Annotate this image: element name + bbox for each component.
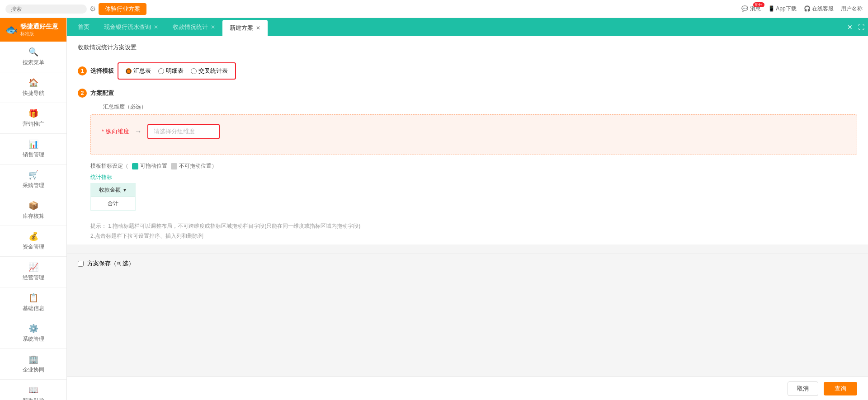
radio-summary-label: 汇总表 xyxy=(133,67,151,75)
draggable-color-box xyxy=(132,163,138,169)
section-template: 1 选择模板 汇总表 明细表 xyxy=(78,62,857,80)
search-menu-icon: 🔍 xyxy=(28,47,38,57)
tab-newplan-label: 新建方案 xyxy=(230,24,253,32)
tab-cashflow-close[interactable]: ✕ xyxy=(154,24,158,30)
section-config: 2 方案配置 汇总维度（必选） * 纵向维度 → 请选择分组维度 xyxy=(78,89,857,245)
content-area: 首页 现金银行流水查询 ✕ 收款情况统计 ✕ 新建方案 ✕ ✕ ⛶ 收款情况统计… xyxy=(67,18,868,400)
section1-title: 选择模板 xyxy=(90,67,114,75)
sidebar-item-sales[interactable]: 📊 销售管理 xyxy=(0,134,66,165)
non-draggable-label: 不可拖动位置） xyxy=(179,162,217,170)
indicator-col-header[interactable]: 收款金额 ▼ xyxy=(91,184,135,197)
sidebar-item-marketing[interactable]: 🎁 营销推广 xyxy=(0,103,66,134)
tab-payment-label: 收款情况统计 xyxy=(173,23,208,31)
non-draggable-hint: 不可拖动位置） xyxy=(171,162,217,170)
sidebar-item-basic[interactable]: 📋 基础信息 xyxy=(0,287,66,318)
nav-icon: 🏠 xyxy=(28,78,38,88)
notification-icon[interactable]: 💬 99+ 消息 xyxy=(741,5,760,13)
sidebar-item-system[interactable]: ⚙️ 系统管理 xyxy=(0,318,66,349)
vertical-dimension-label: * 纵向维度 xyxy=(102,127,129,136)
indicator-header: 模板指标设定（ 可拖动位置 不可拖动位置） xyxy=(90,162,857,170)
sidebar-item-enterprise[interactable]: 🏢 企业协同 xyxy=(0,349,66,380)
sidebar-item-search[interactable]: 🔍 搜索菜单 xyxy=(0,42,66,72)
tab-bar: 首页 现金银行流水查询 ✕ 收款情况统计 ✕ 新建方案 ✕ ✕ ⛶ xyxy=(67,18,868,36)
gear-icon[interactable]: ⚙ xyxy=(90,5,96,13)
radio-summary[interactable]: 汇总表 xyxy=(126,67,151,75)
tab-payment[interactable]: 收款情况统计 ✕ xyxy=(165,18,222,36)
indicator-title: 模板指标设定（ xyxy=(90,162,128,170)
guide-icon: 📖 xyxy=(28,385,38,395)
stats-label: 统计指标 xyxy=(90,174,136,181)
radio-cross-label: 交叉统计表 xyxy=(198,67,228,75)
enterprise-icon: 🏢 xyxy=(28,354,38,364)
sidebar-item-management[interactable]: 📈 经营管理 xyxy=(0,257,66,287)
indicator-col: 收款金额 ▼ 合计 xyxy=(90,183,136,211)
sidebar-item-label: 采购管理 xyxy=(23,182,44,189)
sidebar-item-inventory[interactable]: 📦 库存核算 xyxy=(0,195,66,226)
section2-num: 2 xyxy=(78,89,87,98)
top-bar-left: ⚙ 体验行业方案 xyxy=(5,3,738,15)
tab-home[interactable]: 首页 xyxy=(71,18,97,36)
search-input[interactable] xyxy=(5,5,87,14)
main-layout: 🐟 畅捷通好生意 标准版 🔍 搜索菜单 🏠 快捷导航 🎁 营销推广 📊 销售管理… xyxy=(0,18,868,400)
indicator-col-header-text: 收款金额 xyxy=(99,186,121,194)
tab-newplan[interactable]: 新建方案 ✕ xyxy=(222,20,268,36)
sidebar-item-label: 搜索菜单 xyxy=(23,59,44,66)
sidebar-item-label: 资金管理 xyxy=(23,243,44,251)
indicator-table: 统计指标 收款金额 ▼ 合计 xyxy=(90,174,136,211)
system-icon: ⚙️ xyxy=(28,324,38,334)
save-label: 方案保存（可选） xyxy=(87,259,134,268)
page-content: 收款情况统计方案设置 1 选择模板 汇总表 xyxy=(67,36,868,376)
sidebar-item-label: 新手引导 xyxy=(23,397,44,400)
top-bar: ⚙ 体验行业方案 💬 99+ 消息 📱 App下载 🎧 在线客服 用户名称 xyxy=(0,0,868,18)
tab-newplan-close[interactable]: ✕ xyxy=(256,25,260,31)
tab-payment-close[interactable]: ✕ xyxy=(211,24,215,30)
sidebar-item-label: 销售管理 xyxy=(23,151,44,159)
tab-home-label: 首页 xyxy=(78,23,90,31)
online-service[interactable]: 🎧 在线客服 xyxy=(804,5,834,13)
dimension-placeholder: 请选择分组维度 xyxy=(154,128,195,135)
save-checkbox[interactable] xyxy=(78,261,84,267)
management-icon: 📈 xyxy=(28,262,38,272)
user-name[interactable]: 用户名称 xyxy=(841,5,863,13)
form-container: 收款情况统计方案设置 1 选择模板 汇总表 xyxy=(67,36,868,245)
logo-sub: 标准版 xyxy=(20,31,58,37)
tab-cashflow[interactable]: 现金银行流水查询 ✕ xyxy=(97,18,165,36)
dropdown-icon[interactable]: ▼ xyxy=(123,188,127,193)
marketing-icon: 🎁 xyxy=(28,108,38,118)
draggable-hint: 可拖动位置 xyxy=(132,162,167,170)
radio-cross[interactable]: 交叉统计表 xyxy=(191,67,228,75)
sidebar-item-label: 经营管理 xyxy=(23,274,44,282)
sidebar-item-finance[interactable]: 💰 资金管理 xyxy=(0,226,66,257)
tips-area: 提示： 1.拖动标题栏可以调整布局，不可跨维度或指标区域拖动栏目字段(只能在同一… xyxy=(90,218,857,245)
tab-close-icon[interactable]: ✕ xyxy=(847,24,853,31)
tab-bar-actions: ✕ ⛶ xyxy=(847,24,864,31)
draggable-label: 可拖动位置 xyxy=(140,162,167,170)
trial-button[interactable]: 体验行业方案 xyxy=(99,3,146,15)
cancel-button[interactable]: 取消 xyxy=(788,381,818,396)
top-bar-right: 💬 99+ 消息 📱 App下载 🎧 在线客服 用户名称 xyxy=(741,5,863,13)
app-download[interactable]: 📱 App下载 xyxy=(768,5,797,13)
section1-header: 1 选择模板 汇总表 明细表 xyxy=(78,62,857,80)
tip-1: 提示： 1.拖动标题栏可以调整布局，不可跨维度或指标区域拖动栏目字段(只能在同一… xyxy=(90,221,857,231)
sidebar-item-guide[interactable]: 📖 新手引导 xyxy=(0,380,66,400)
sidebar-logo: 🐟 畅捷通好生意 标准版 xyxy=(0,18,66,42)
inventory-icon: 📦 xyxy=(28,201,38,211)
bottom-bar: 取消 查询 xyxy=(67,376,868,400)
sidebar-item-label: 快捷导航 xyxy=(23,89,44,97)
query-button[interactable]: 查询 xyxy=(824,382,857,395)
sales-icon: 📊 xyxy=(28,139,38,149)
sidebar-item-label: 基础信息 xyxy=(23,305,44,312)
radio-detail[interactable]: 明细表 xyxy=(158,67,184,75)
sidebar-item-purchase[interactable]: 🛒 采购管理 xyxy=(0,165,66,195)
section2-title: 方案配置 xyxy=(90,89,114,97)
sidebar-item-label: 系统管理 xyxy=(23,335,44,343)
sidebar-item-label: 企业协同 xyxy=(23,366,44,374)
basic-icon: 📋 xyxy=(28,293,38,303)
sidebar-item-nav[interactable]: 🏠 快捷导航 xyxy=(0,72,66,103)
tab-expand-icon[interactable]: ⛶ xyxy=(858,24,864,31)
template-options-box: 汇总表 明细表 交叉统计表 xyxy=(118,62,236,80)
indicator-section: 模板指标设定（ 可拖动位置 不可拖动位置） xyxy=(90,162,857,211)
dimension-arrow: → xyxy=(135,127,142,136)
dimension-title: 汇总维度（必选） xyxy=(103,103,857,111)
dimension-select[interactable]: 请选择分组维度 xyxy=(147,124,220,139)
